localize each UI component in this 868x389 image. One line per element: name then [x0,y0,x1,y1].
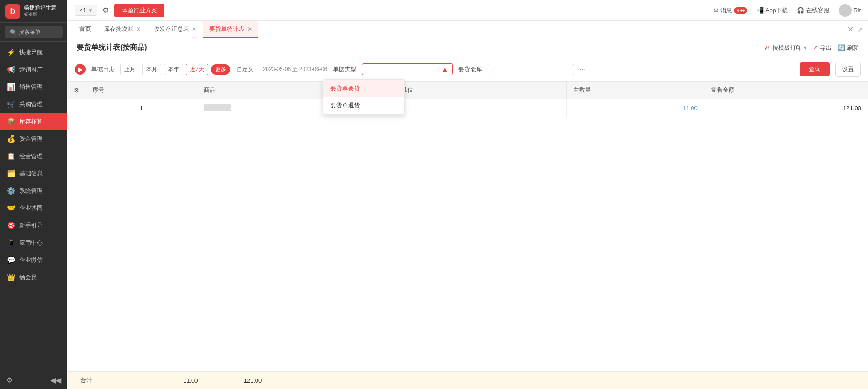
query-button[interactable]: 查询 [800,62,830,76]
sidebar-item-purchase[interactable]: 🛒 采购管理 [0,96,67,113]
shortcuts-icon: ⚡ [6,48,15,57]
sidebar-item-member[interactable]: 👑 畅会员 [0,269,67,286]
selector-arrow-icon: ▾ [89,7,92,14]
purchase-label: 采购管理 [19,100,43,108]
curr-month-btn[interactable]: 本月 [142,64,161,75]
table-row: 1 块 11.00 121.00 [67,99,868,117]
tab-order-stat-close[interactable]: ✕ [247,26,252,32]
type-filter-label: 单据类型 [333,65,356,73]
custom-date-btn[interactable]: 自定义 [233,64,257,75]
type-select-arrow-icon[interactable]: ▲ [442,66,448,73]
sales-label: 销售管理 [19,83,43,91]
sidebar-item-sales[interactable]: 📊 销售管理 [0,78,67,96]
finance-icon: 💰 [6,134,15,143]
page-header: 要货单统计表(按商品) 🖨 按模板打印 ▾ ↗ 导出 🔄 刷新 [67,38,868,57]
sidebar-item-guide[interactable]: 🎯 新手引导 [0,217,67,234]
messages-badge: 99+ [734,7,747,14]
td-qty[interactable]: 11.00 [567,99,704,117]
date-range-display: 2023-05-06 至 2023-06-06 [263,66,327,73]
tab-batch-close[interactable]: ✕ [136,26,141,32]
tab-home[interactable]: 首页 [73,21,98,38]
apps-icon: 📱 [6,238,15,247]
th-seq: 序号 [86,82,197,99]
member-label: 畅会员 [19,273,37,282]
table-header: ⚙ 序号 商品 主计量单位 主数量 零售金额 [67,82,868,99]
collapse-icon[interactable]: ◀◀ [50,376,61,384]
main-area: 41 ▾ ⚙ 体验行业方案 ✉ 消息 99+ 📲 App下载 🎧 在线客服 R [67,0,868,389]
footer-qty: 11.00 [183,377,198,384]
refresh-button[interactable]: 🔄 刷新 [838,44,859,52]
dropdown-item-order-return[interactable]: 要货单退货 [323,97,404,114]
th-settings[interactable]: ⚙ [67,82,86,99]
search-icon: 🔍 [10,29,17,36]
tab-batch[interactable]: 库存批次账 ✕ [98,21,147,38]
sidebar-item-business[interactable]: 📋 经营管理 [0,148,67,165]
messages-button[interactable]: ✉ 消息 99+ [714,6,747,15]
tabs-close-all-button[interactable]: ✕ [847,25,853,34]
app-name: 畅捷通好生意 [24,5,56,12]
sidebar-item-apps[interactable]: 📱 应用中心 [0,234,67,251]
marketing-icon: 📢 [6,65,15,74]
table-area: ⚙ 序号 商品 主计量单位 主数量 零售金额 1 [67,82,868,371]
dropdown-item-order-goods[interactable]: 要货单要货 [323,80,404,97]
tab-order-stat-label: 要货单统计表 [209,25,245,33]
user-menu[interactable]: Rit [839,4,861,17]
sidebar-item-shortcuts[interactable]: ⚡ 快捷导航 [0,44,67,61]
page-title: 要货单统计表(按商品) [77,43,147,52]
company-selector[interactable]: 41 ▾ [75,5,97,16]
app-version: 标准版 [24,11,56,18]
prev-month-btn[interactable]: 上月 [120,64,139,75]
curr-year-btn[interactable]: 本年 [164,64,183,75]
sidebar-search-area[interactable]: 🔍 搜索菜单 [0,23,67,42]
page-actions: 🖨 按模板打印 ▾ ↗ 导出 🔄 刷新 [765,44,859,52]
header-right: ✉ 消息 99+ 📲 App下载 🎧 在线客服 Rit [714,4,861,17]
tab-summary-close[interactable]: ✕ [192,26,196,32]
shortcuts-label: 快捷导航 [19,48,43,56]
sales-icon: 📊 [6,82,15,92]
trial-button[interactable]: 体验行业方案 [114,4,164,17]
export-button[interactable]: ↗ 导出 [813,44,832,52]
online-service-button[interactable]: 🎧 在线客服 [797,6,830,15]
week7-btn[interactable]: 近7天 [186,64,208,75]
guide-icon: 🎯 [6,221,15,230]
purchase-icon: 🛒 [6,100,15,109]
download-icon: 📲 [756,7,764,14]
sidebar-item-inventory[interactable]: 📦 库存核算 [0,113,67,130]
app-download-label: App下载 [765,6,788,15]
type-dropdown-menu: 要货单要货 要货单退货 [323,79,405,115]
date-filter-group: 上月 本月 本年 近7天 更多 自定义 [120,64,257,75]
system-label: 系统管理 [19,187,43,195]
sidebar-item-base[interactable]: 🗂️ 基础信息 [0,165,67,182]
date-filter-label: 单据日期 [91,65,115,73]
refresh-icon: 🔄 [838,44,845,51]
sidebar-item-enterprise[interactable]: 🤝 企业协同 [0,200,67,217]
sidebar-search-button[interactable]: 🔍 搜索菜单 [5,26,63,38]
sidebar-item-finance[interactable]: 💰 资金管理 [0,130,67,148]
filter-more-icon[interactable]: ··· [580,65,586,73]
warehouse-input[interactable] [488,64,574,75]
tab-summary[interactable]: 收发存汇总表 ✕ [147,21,203,38]
print-button[interactable]: 🖨 按模板打印 ▾ [765,44,806,52]
app-download-button[interactable]: 📲 App下载 [756,6,788,15]
settings-button[interactable]: 设置 [835,62,861,77]
header-gear-icon[interactable]: ⚙ [103,6,109,15]
enterprise-icon: 🤝 [6,204,15,213]
sidebar-item-system[interactable]: ⚙️ 系统管理 [0,182,67,200]
business-icon: 📋 [6,152,15,161]
sidebar-nav: ⚡ 快捷导航 📢 营销推广 📊 销售管理 🛒 采购管理 📦 库存核算 💰 资金管… [0,42,67,371]
tabs-maximize-icon[interactable]: ⤢ [857,26,863,33]
type-select-box[interactable]: ▲ [362,63,453,75]
messages-label: 消息 [720,6,732,15]
user-avatar [839,4,852,17]
filter-expand-button[interactable]: ▶ [75,64,86,75]
settings-footer-icon[interactable]: ⚙ [6,376,13,384]
sidebar-item-marketing[interactable]: 📢 营销推广 [0,61,67,78]
tab-order-stat[interactable]: 要货单统计表 ✕ [203,21,258,38]
sidebar-item-wechat[interactable]: 💬 企业微信 [0,251,67,269]
warehouse-filter-label: 要货仓库 [458,65,482,73]
more-date-btn[interactable]: 更多 [211,64,230,75]
message-icon: ✉ [714,7,719,14]
apps-label: 应用中心 [19,239,43,247]
base-icon: 🗂️ [6,169,15,178]
type-input[interactable] [367,66,442,73]
